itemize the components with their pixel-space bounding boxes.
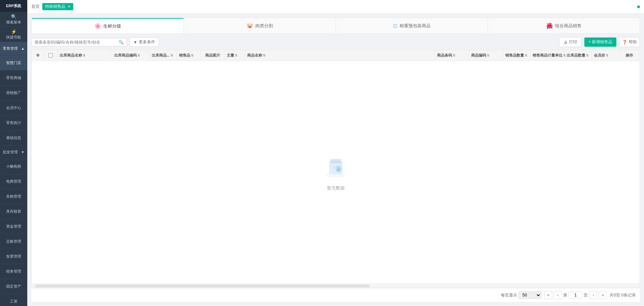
sidebar-item-ecom-mgmt[interactable]: 电商管理	[0, 174, 27, 189]
th-sale-qty-label: 销售品数量	[505, 53, 524, 58]
sidebar-item-purchase-mgmt[interactable]: 采购管理	[0, 189, 27, 204]
sidebar-label-tax-mgmt: 税务管理	[6, 269, 21, 274]
sidebar-item-inventory-check[interactable]: 库存核算	[0, 204, 27, 219]
tab-scale[interactable]: ⚖ 称重预包装商品	[336, 18, 488, 33]
sidebar-label-inventory-check: 库存核算	[6, 209, 21, 214]
th-unit-label: 主量	[227, 53, 234, 58]
th-sale[interactable]: 销售品 ⇅	[177, 50, 201, 61]
sort-out-code-icon: ⇅	[137, 54, 140, 57]
app-logo: ERP系统	[0, 0, 27, 12]
tab-scale-label: 称重预包装商品	[400, 23, 431, 29]
sort-sale-icon: ⇅	[191, 54, 194, 57]
sidebar-item-sales-promo[interactable]: 营销推广	[0, 86, 27, 101]
page-input[interactable]	[569, 292, 582, 299]
sidebar-item-wages[interactable]: 工资	[0, 294, 27, 306]
th-sale-qty[interactable]: 销售品数量 ⇅	[503, 50, 530, 61]
th-img: 商品图片	[201, 50, 225, 61]
search-box[interactable]: 🔍	[31, 38, 127, 46]
page-size-label: 每页显示	[501, 292, 517, 298]
page-total: 共0页 0条记录	[610, 292, 636, 298]
retail-mgmt-expand-icon: ▲	[21, 47, 25, 50]
th-out-code-label: 出库商品编码	[114, 53, 137, 58]
main-content: 首页 特殊销售品 ✕ 🌸 生鲜分级 🐷 肉类分割 ⚖ 称重预包装商品	[27, 0, 644, 306]
breadcrumb-close-icon[interactable]: ✕	[68, 4, 71, 9]
sidebar-item-ledger-mgmt[interactable]: 总账管理	[0, 234, 27, 249]
sidebar-item-mini-ecom[interactable]: 小畅电商	[0, 159, 27, 174]
th-out-qty-label: 出库品数量	[567, 53, 585, 58]
filter-icon: ▼	[133, 40, 137, 45]
empty-text: 暂无数据	[327, 185, 345, 191]
config-icon: ⚙	[36, 53, 40, 58]
sidebar-item-retail-mall[interactable]: 零售商城	[0, 71, 27, 86]
th-unit[interactable]: 主量 ⇅	[225, 50, 245, 61]
sidebar-label-invoice-mgmt: 发票管理	[6, 254, 21, 259]
th-out-code[interactable]: 出库商品编码 ⇅	[112, 50, 150, 61]
help-button[interactable]: ❓ 帮助	[619, 37, 640, 47]
horizontal-scrollbar[interactable]	[35, 285, 370, 287]
th-member-price-label: 会员价	[594, 53, 605, 58]
svg-rect-2	[330, 159, 341, 163]
page-size-dropdown[interactable]: 10 20 50 100	[519, 291, 541, 299]
sort-prod-name-icon: ⇅	[263, 54, 266, 57]
next-page-button[interactable]: ›	[589, 291, 597, 299]
sidebar-label-smart-store: 智慧门店	[6, 61, 21, 65]
sidebar-item-fund-mgmt[interactable]: 资金管理	[0, 219, 27, 234]
sidebar-label-basic-info: 基础信息	[6, 136, 21, 140]
sidebar-item-quick-nav[interactable]: ⚡ 快捷导航	[0, 27, 27, 42]
tab-meat[interactable]: 🐷 肉类分割	[184, 18, 336, 33]
print-icon: 🖨	[564, 40, 568, 45]
th-barcode[interactable]: 商品条码 ⇅	[435, 50, 469, 61]
th-out-sku[interactable]: 出库商品... ⇅	[150, 50, 177, 61]
tab-fresh-label: 生鲜分级	[103, 23, 121, 29]
sort-out-sku-icon: ⇅	[170, 54, 173, 57]
sidebar-item-retail-mgmt[interactable]: 零售管理 ▲	[0, 42, 27, 56]
retail-mgmt-label: 零售管理	[3, 46, 18, 51]
sidebar-item-basic-info[interactable]: 基础信息	[0, 131, 27, 146]
prev-page-button[interactable]: ‹	[554, 291, 562, 299]
th-member-price[interactable]: 会员价 ⇅	[592, 50, 619, 61]
scrollbar-area[interactable]	[32, 284, 640, 288]
select-all-checkbox[interactable]	[48, 53, 53, 58]
sidebar: ERP系统 🔍 搜索菜单 ⚡ 快捷导航 零售管理 ▲ 智慧门店 零售商城 营销推…	[0, 0, 27, 306]
topbar: 首页 特殊销售品 ✕	[27, 0, 644, 14]
last-page-button[interactable]: »	[599, 291, 607, 299]
sidebar-label-retail-stats: 零售统计	[6, 121, 21, 125]
sidebar-item-search-menu[interactable]: 🔍 搜索菜单	[0, 12, 27, 27]
sidebar-label-purchase-mgmt: 采购管理	[6, 194, 21, 199]
breadcrumb-current: 特殊销售品	[45, 4, 65, 10]
add-button[interactable]: + 新增销售品	[584, 37, 616, 47]
page-size-select[interactable]: 每页显示 10 20 50 100	[501, 291, 541, 299]
th-prod-code[interactable]: 商品编码 ⇅	[469, 50, 503, 61]
filter-button[interactable]: ▼ 更多条件	[130, 37, 159, 47]
th-config[interactable]: ⚙	[32, 50, 44, 61]
first-page-button[interactable]: «	[544, 291, 552, 299]
tab-combo[interactable]: 🌺 组合商品销售	[488, 18, 640, 33]
sidebar-item-tax-mgmt[interactable]: 税务管理	[0, 264, 27, 279]
toolbar: 🔍 ▼ 更多条件 🖨 打印 + 新增销售品 ❓ 帮助	[31, 37, 640, 47]
toolbar-left: 🔍 ▼ 更多条件	[31, 37, 159, 47]
breadcrumb-home[interactable]: 首页	[31, 4, 40, 10]
sort-sale-qty-icon: ⇅	[525, 54, 527, 57]
print-label: 打印	[569, 39, 577, 45]
sidebar-item-member-center[interactable]: 会员中心	[0, 101, 27, 116]
sidebar-item-smart-store[interactable]: 智慧门店	[0, 56, 27, 71]
sidebar-label-ecom-mgmt: 电商管理	[6, 179, 21, 184]
sidebar-item-retail-stats[interactable]: 零售统计	[0, 116, 27, 131]
svg-point-4	[331, 166, 335, 169]
sidebar-item-invoice-mgmt[interactable]: 发票管理	[0, 249, 27, 264]
sidebar-label-wages: 工资	[10, 299, 17, 304]
sort-out-name-icon: ⇅	[83, 54, 86, 57]
search-input[interactable]	[34, 40, 119, 45]
sort-member-price-icon: ⇅	[606, 54, 609, 57]
th-out-name[interactable]: 出库商品名称 ⇅	[58, 50, 112, 61]
print-button[interactable]: 🖨 打印	[559, 37, 582, 47]
th-prod-name[interactable]: 商品名称 ⇅	[245, 50, 435, 61]
search-icon[interactable]: 🔍	[119, 40, 124, 45]
th-sale-unit[interactable]: 销售商品计量单位 ⇅	[530, 50, 565, 61]
th-out-qty[interactable]: 出库品数量 ⇅	[565, 50, 592, 61]
sidebar-item-fixed-assets[interactable]: 固定资产	[0, 279, 27, 294]
sidebar-item-wholesale-mgmt[interactable]: 批发管理 ▼	[0, 146, 27, 159]
th-checkbox[interactable]	[44, 50, 58, 61]
wholesale-expand-icon: ▼	[21, 150, 25, 154]
tab-fresh[interactable]: 🌸 生鲜分级	[32, 18, 184, 33]
